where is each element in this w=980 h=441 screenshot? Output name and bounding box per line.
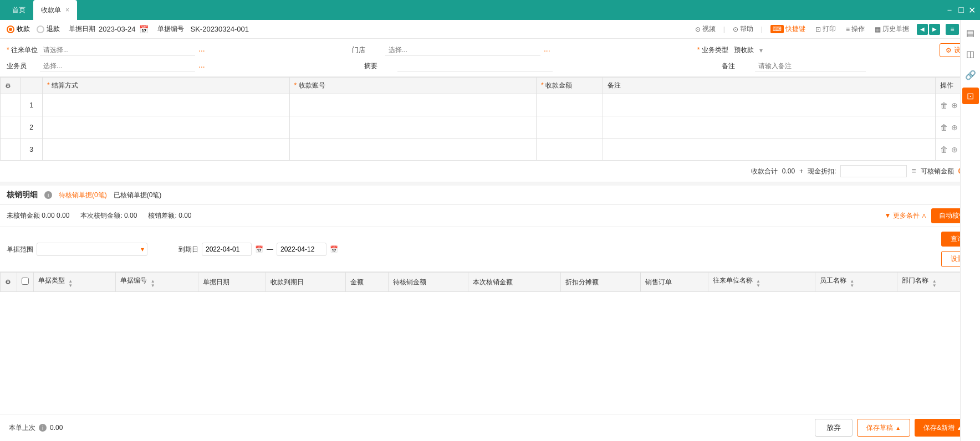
sidebar-link-icon[interactable]: 🔗 <box>962 66 979 83</box>
bottom-th-gear[interactable]: ⚙ <box>1 273 17 292</box>
window-minimize-icon[interactable]: － <box>945 4 954 16</box>
current-value: 0.00 <box>124 212 137 219</box>
select-all-checkbox[interactable] <box>22 278 29 285</box>
table-row: 2 🗑 ⊕ <box>1 116 980 139</box>
bottom-table-section: ⚙ 单据类型 ▲▼ 单据编号 ▲▼ 单据日期 <box>0 272 980 414</box>
btn-print[interactable]: ⊡ 打印 <box>813 23 838 35</box>
tab-receipt[interactable]: 收款单 × <box>33 0 77 20</box>
th-gear[interactable]: ⚙ <box>1 78 21 94</box>
main-container: 收款 退款 单据日期 2023-03-24 📅 单据编号 SK-20230324… <box>0 20 980 441</box>
tab-home[interactable]: 首页 <box>4 0 33 20</box>
result-label: 可核销金额 <box>921 167 954 176</box>
btn-operation[interactable]: ≡ 操作 <box>844 23 867 35</box>
sidebar-table-icon[interactable]: ▤ <box>962 24 979 41</box>
btn-history[interactable]: ▦ 历史单据 <box>872 23 911 35</box>
store-more-icon[interactable]: ··· <box>540 46 554 55</box>
store-field-group: 门店 ··· <box>352 44 675 56</box>
business-type-group: 业务类型 预收款 ▾ <box>697 44 940 57</box>
due-date-start[interactable] <box>202 243 252 256</box>
remarks-input[interactable] <box>755 60 866 72</box>
th-settle: * 结算方式 <box>43 78 290 94</box>
td-account-2[interactable] <box>289 116 537 139</box>
store-input[interactable] <box>385 44 540 56</box>
staff-input[interactable] <box>40 60 195 72</box>
abandon-button[interactable]: 放弃 <box>815 419 853 437</box>
td-amount-3[interactable] <box>537 139 603 161</box>
td-remarks-2[interactable] <box>603 116 936 139</box>
btn-shortcut[interactable]: ⌨ 快捷键 <box>768 23 808 35</box>
nav-next[interactable]: ▶ <box>929 24 940 35</box>
more-conditions[interactable]: ▼ 更多条件 ∧ <box>884 211 927 221</box>
btn-help[interactable]: ⊙ 帮助 <box>731 23 756 35</box>
th-account: * 收款账号 <box>289 78 537 94</box>
range-select[interactable] <box>37 243 147 256</box>
bottom-th-doc-date: 单据日期 <box>198 273 266 292</box>
td-empty-2 <box>1 116 21 139</box>
tab-close-icon[interactable]: × <box>65 6 69 14</box>
partner-input[interactable] <box>40 44 195 56</box>
radio-receipt[interactable]: 收款 <box>7 24 30 34</box>
current-stat: 本次核销金额: 0.00 <box>80 211 137 221</box>
view-list-icon[interactable]: ≡ <box>946 24 959 35</box>
delete-icon-1[interactable]: 🗑 <box>940 101 948 110</box>
td-remarks-1[interactable] <box>603 94 936 116</box>
calendar-end-icon[interactable]: 📅 <box>330 245 338 253</box>
td-row-2: 2 <box>21 116 43 139</box>
reconcil-info-icon[interactable]: i <box>44 191 52 199</box>
delete-icon-3[interactable]: 🗑 <box>940 145 948 154</box>
td-empty-3 <box>1 139 21 161</box>
pending-tab[interactable]: 待核销单据(0笔) <box>59 191 107 200</box>
equals-sign: = <box>911 167 916 176</box>
btn-video[interactable]: ⊙ 视频 <box>693 23 718 35</box>
date-value[interactable]: 2023-03-24 <box>99 25 136 33</box>
td-row-1: 1 <box>21 94 43 116</box>
discount-label: 现金折扣: <box>808 167 836 176</box>
calendar-icon[interactable]: 📅 <box>139 25 149 34</box>
save-draft-chevron: ▲ <box>895 425 901 431</box>
due-date-end[interactable] <box>277 243 326 256</box>
reconcil-title: 核销明细 <box>7 190 38 200</box>
window-maximize-icon[interactable]: □ <box>958 5 964 15</box>
sidebar-doc-icon[interactable]: ◫ <box>962 45 979 62</box>
toolbar-row: 收款 退款 单据日期 2023-03-24 📅 单据编号 SK-20230324… <box>0 20 980 39</box>
remarks-field-group: 备注 <box>722 60 973 72</box>
this-doc-label: 本单上次 <box>9 423 35 433</box>
delete-icon-2[interactable]: 🗑 <box>940 123 948 132</box>
doc-number-value[interactable]: SK-20230324-001 <box>191 25 249 33</box>
business-type-dropdown[interactable]: ▾ <box>757 47 765 54</box>
td-settle-2[interactable] <box>43 116 290 139</box>
sidebar-edit-icon[interactable]: ⊡ <box>962 88 979 104</box>
diff-label: 核销差额: <box>148 212 176 219</box>
td-remarks-3[interactable] <box>603 139 936 161</box>
bottom-th-doc-number: 单据编号 ▲▼ <box>116 273 198 292</box>
plus-sign: + <box>799 167 803 175</box>
range-label: 单据范围 <box>7 245 33 254</box>
td-account-1[interactable] <box>289 94 537 116</box>
done-tab[interactable]: 已核销单据(0笔) <box>114 191 162 200</box>
partner-more-icon[interactable]: ··· <box>195 46 208 55</box>
staff-more-icon[interactable]: ··· <box>195 62 208 71</box>
copy-icon-1[interactable]: ⊕ <box>951 101 958 110</box>
td-account-3[interactable] <box>289 139 537 161</box>
td-amount-1[interactable] <box>537 94 603 116</box>
td-settle-3[interactable] <box>43 139 290 161</box>
copy-icon-3[interactable]: ⊕ <box>951 145 958 154</box>
radio-refund-label: 退款 <box>47 24 60 34</box>
nav-prev[interactable]: ◀ <box>917 24 928 35</box>
radio-refund[interactable]: 退款 <box>37 24 60 34</box>
date-separator: — <box>267 245 273 253</box>
discount-input[interactable] <box>840 165 907 177</box>
th-remarks: 备注 <box>603 78 936 94</box>
save-draft-button[interactable]: 保存草稿 ▲ <box>857 419 910 437</box>
unverified-value: 0.00 <box>42 212 54 219</box>
gear-icon: ⚙ <box>946 47 952 54</box>
td-settle-1[interactable] <box>43 94 290 116</box>
calendar-start-icon[interactable]: 📅 <box>255 245 263 253</box>
window-close-icon[interactable]: ✕ <box>968 5 976 16</box>
btn-print-label: 打印 <box>823 24 836 34</box>
td-amount-2[interactable] <box>537 116 603 139</box>
copy-icon-2[interactable]: ⊕ <box>951 123 958 132</box>
footer-info-icon[interactable]: i <box>39 424 47 432</box>
summary-input[interactable] <box>397 60 553 72</box>
history-icon: ▦ <box>875 25 881 33</box>
